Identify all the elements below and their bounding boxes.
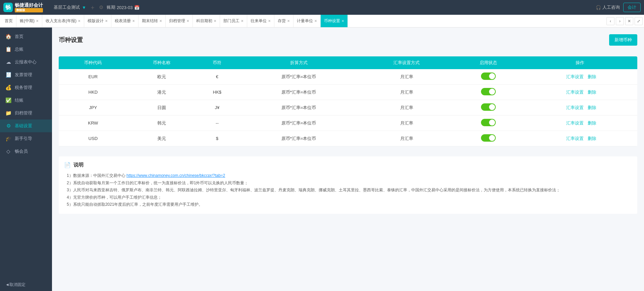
currency-table: 币种代码 币种名称 币符 折算方式 汇率设置方式 启用状态 操作 EUR 欧元 … (59, 56, 637, 146)
tab-inventory-close[interactable]: ✕ (287, 19, 290, 23)
tab-period-end-label: 期末结转 (142, 18, 158, 24)
tab-contacts[interactable]: 往来单位 ✕ (247, 15, 274, 28)
tab-department[interactable]: 部门员工 ✕ (220, 15, 247, 28)
tab-period-end-close[interactable]: ✕ (159, 19, 162, 23)
workspace-name: 基层工会测试 (54, 4, 80, 10)
tab-inventory[interactable]: 存货 ✕ (274, 15, 293, 28)
headset-icon: 🎧 (596, 5, 601, 10)
cell-name-3: 韩元 (127, 115, 196, 131)
cell-actions-4: 汇率设置 删除 (523, 131, 637, 146)
tab-archive-close[interactable]: ✕ (186, 19, 189, 23)
sidebar-item-archive[interactable]: 📁 归档管理 (0, 107, 52, 119)
cell-name-1: 港元 (127, 85, 196, 100)
sidebar-item-guide[interactable]: 🎓 新手引导 (0, 132, 52, 145)
sidebar-item-tax[interactable]: 💰 税务管理 (0, 81, 52, 94)
tab-archive[interactable]: 归档管理 ✕ (166, 15, 193, 28)
rate-setting-btn-4[interactable]: 汇率设置 (566, 136, 584, 141)
cell-name-4: 美元 (127, 131, 196, 146)
tab-income-label: 收入支出表(年报) (46, 18, 76, 24)
sidebar-item-member[interactable]: ◇ 畅会员 (0, 145, 52, 158)
tab-subject-init[interactable]: 科目期初 ✕ (193, 15, 220, 28)
notes-list: 1）数据来源：中国外汇交易中心 https://www.chinamoney.c… (64, 172, 632, 208)
workspace-selector[interactable]: 基层工会测试 ▼ (54, 4, 86, 10)
cell-calc-1: 原币*汇率=本位币 (238, 85, 359, 100)
tab-template-close[interactable]: ✕ (105, 19, 108, 23)
tab-department-close[interactable]: ✕ (241, 19, 244, 23)
cell-calc-3: 原币*汇率=本位币 (238, 115, 359, 131)
rate-setting-btn-3[interactable]: 汇率设置 (566, 120, 584, 126)
tab-zhangqi[interactable]: 账(中期) ✕ (16, 15, 42, 28)
cell-status-3 (454, 115, 523, 131)
top-bar-actions: 🎧 人工咨询 会计 (596, 3, 641, 12)
tab-prev-btn[interactable]: ‹ (606, 17, 614, 25)
page-title: 币种设置 (59, 36, 83, 44)
collapse-label: ◄取消固定 (5, 282, 25, 288)
tab-next-btn[interactable]: › (616, 17, 624, 25)
tab-home[interactable]: 首页 (1, 15, 16, 28)
rate-setting-btn-0[interactable]: 汇率设置 (566, 74, 584, 79)
sidebar-item-guide-label: 新手引导 (15, 136, 32, 142)
sidebar: 🏠 首页 📋 总账 ☁ 云报表中心 🧾 发票管理 💰 税务管理 ✅ 结账 (0, 28, 52, 291)
sidebar-item-invoice-label: 发票管理 (15, 72, 32, 78)
cell-rate-type-4: 月汇率 (359, 131, 454, 146)
member-icon: ◇ (5, 148, 11, 154)
sidebar-item-invoice[interactable]: 🧾 发票管理 (0, 68, 52, 81)
delete-btn-0[interactable]: 删除 (588, 74, 596, 79)
tab-income-close[interactable]: ✕ (78, 19, 80, 23)
sidebar-item-ledger[interactable]: 📋 总账 (0, 43, 52, 56)
new-currency-btn[interactable]: 新增币种 (609, 34, 637, 46)
sidebar-item-reports[interactable]: ☁ 云报表中心 (0, 56, 52, 68)
tab-bar: 首页 账(中期) ✕ 收入支出表(年报) ✕ 模版设计 ✕ 税表清册 ✕ 期末结… (0, 15, 644, 28)
toggle-1[interactable] (481, 88, 496, 95)
tab-subject-init-close[interactable]: ✕ (214, 19, 216, 23)
delete-btn-3[interactable]: 删除 (588, 120, 596, 126)
tab-template[interactable]: 模版设计 ✕ (84, 15, 111, 28)
delete-btn-1[interactable]: 删除 (588, 90, 596, 95)
toggle-2[interactable] (481, 103, 496, 111)
tab-close-all-btn[interactable]: ✕ (625, 17, 633, 25)
account-type-btn[interactable]: 会计 (623, 3, 641, 12)
note-item-2: 3）人民币对马来西亚林吉特、俄罗斯卢布、南非兰特、韩元、阿联酋迪拉姆、沙特里亚尔… (64, 187, 632, 194)
toggle-4[interactable] (481, 134, 496, 142)
archive-icon: 📁 (5, 110, 11, 116)
tab-income[interactable]: 收入支出表(年报) ✕ (42, 15, 84, 28)
user-service-btn[interactable]: 🎧 人工咨询 (596, 4, 620, 10)
tab-period-end[interactable]: 期末结转 ✕ (139, 15, 166, 28)
sidebar-item-settings-label: 基础设置 (15, 123, 32, 129)
tab-currency-close[interactable]: ✕ (341, 19, 344, 23)
rate-setting-btn-1[interactable]: 汇率设置 (566, 90, 584, 95)
tab-tax-schedule-close[interactable]: ✕ (132, 19, 135, 23)
tab-unit-close[interactable]: ✕ (314, 19, 317, 23)
tab-zhangqi-close[interactable]: ✕ (36, 19, 39, 23)
table-row: JPY 日圆 J¥ 原币*汇率=本位币 月汇率 汇率设置 删除 (59, 100, 637, 115)
tab-currency[interactable]: 币种设置 ✕ (321, 15, 348, 28)
cell-rate-type-2: 月汇率 (359, 100, 454, 115)
sidebar-item-ledger-label: 总账 (15, 46, 23, 52)
delete-btn-4[interactable]: 删除 (588, 136, 596, 141)
home-icon: 🏠 (5, 34, 11, 40)
notes-title-text: 说明 (73, 162, 84, 168)
tab-tax-schedule[interactable]: 税表清册 ✕ (111, 15, 139, 28)
sidebar-footer-collapse[interactable]: ◄取消固定 (0, 279, 52, 291)
user-service-label: 人工咨询 (602, 4, 620, 10)
rate-setting-btn-2[interactable]: 汇率设置 (566, 105, 584, 110)
toggle-3[interactable] (481, 119, 496, 126)
tab-expand-btn[interactable]: ⤢ (635, 17, 643, 25)
tab-contacts-close[interactable]: ✕ (268, 19, 271, 23)
notes-link[interactable]: https://www.chinamoney.com.cn/chinese/bk… (126, 173, 225, 178)
workspace-settings-btn[interactable]: ⚙ (99, 4, 103, 10)
sidebar-item-settings[interactable]: ⚙ 基础设置 (0, 119, 52, 132)
table-header: 币种代码 币种名称 币符 折算方式 汇率设置方式 启用状态 操作 (59, 56, 637, 69)
sidebar-item-settlement-label: 结账 (15, 97, 23, 103)
workspace-dropdown-icon[interactable]: ▼ (82, 5, 86, 10)
sidebar-item-home[interactable]: 🏠 首页 (0, 30, 52, 43)
cell-status-1 (454, 85, 523, 100)
sidebar-item-settlement[interactable]: ✅ 结账 (0, 94, 52, 107)
tab-unit[interactable]: 计量单位 ✕ (293, 15, 321, 28)
calendar-icon[interactable]: 📅 (134, 5, 140, 10)
add-workspace-btn[interactable]: ＋ (90, 3, 96, 11)
cloud-icon: ☁ (5, 59, 11, 65)
toggle-0[interactable] (481, 72, 496, 80)
tab-home-label: 首页 (5, 18, 13, 24)
delete-btn-2[interactable]: 删除 (588, 105, 596, 110)
